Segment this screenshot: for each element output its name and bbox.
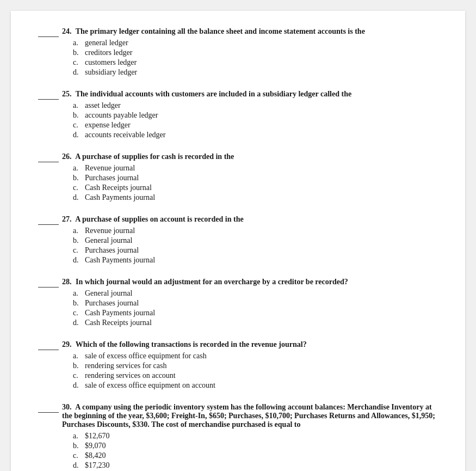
option-text-28-2: Cash Payments journal	[85, 309, 155, 317]
option-letter-28-3: d.	[73, 319, 85, 327]
option-28-c[interactable]: c.Cash Payments journal	[73, 309, 438, 317]
options-30: a.$12,670b.$9,070c.$8,420d.$17,230	[73, 432, 438, 470]
option-text-29-1: rendering services for cash	[85, 362, 166, 370]
question-block-29: 29. Which of the following transactions …	[38, 340, 438, 391]
option-text-26-2: Cash Receipts journal	[85, 183, 152, 192]
option-29-b[interactable]: b.rendering services for cash	[73, 362, 438, 370]
answer-blank-25[interactable]	[38, 91, 59, 100]
question-text-27: A purchase of supplies on account is rec…	[74, 215, 244, 223]
option-letter-29-3: d.	[73, 381, 85, 390]
option-28-b[interactable]: b.Purchases journal	[73, 299, 438, 308]
option-28-d[interactable]: d.Cash Receipts journal	[73, 319, 438, 327]
option-text-29-0: sale of excess office equipment for cash	[85, 352, 207, 360]
question-number-24: 24.	[62, 27, 72, 35]
option-24-b[interactable]: b.creditors ledger	[73, 48, 438, 57]
question-number-29: 29.	[62, 340, 72, 348]
option-29-a[interactable]: a.sale of excess office equipment for ca…	[73, 352, 438, 360]
option-letter-25-0: a.	[73, 101, 85, 110]
option-30-d[interactable]: d.$17,230	[73, 461, 438, 470]
option-letter-28-1: b.	[73, 299, 85, 308]
question-text-25: The individual accounts with customers a…	[74, 90, 352, 98]
question-block-26: 26. A purchase of supplies for cash is r…	[38, 152, 438, 203]
option-26-b[interactable]: b.Purchases journal	[73, 174, 438, 182]
option-27-c[interactable]: c.Purchases journal	[73, 246, 438, 255]
question-text-29: Which of the following transactions is r…	[74, 340, 307, 348]
option-text-26-3: Cash Payments journal	[85, 193, 155, 202]
answer-blank-24[interactable]	[38, 28, 59, 37]
answer-blank-30[interactable]	[38, 404, 59, 413]
option-letter-28-2: c.	[73, 309, 85, 317]
option-28-a[interactable]: a.General journal	[73, 289, 438, 298]
option-text-24-3: subsidiary ledger	[85, 68, 137, 77]
option-30-c[interactable]: c.$8,420	[73, 451, 438, 460]
question-line-30: 30. A company using the periodic invento…	[62, 403, 438, 429]
options-26: a.Revenue journalb.Purchases journalc.Ca…	[73, 164, 438, 202]
page: 24. The primary ledger containing all th…	[11, 11, 465, 471]
option-27-a[interactable]: a.Revenue journal	[73, 227, 438, 235]
option-text-28-3: Cash Receipts journal	[85, 319, 152, 327]
option-letter-30-1: b.	[73, 442, 85, 450]
option-25-c[interactable]: c.expense ledger	[73, 121, 438, 130]
question-content-27: 27. A purchase of supplies on account is…	[62, 215, 438, 266]
option-letter-29-2: c.	[73, 371, 85, 380]
question-text-28: In which journal would an adjustment for…	[74, 278, 348, 286]
answer-blank-27[interactable]	[38, 216, 59, 225]
option-26-a[interactable]: a.Revenue journal	[73, 164, 438, 173]
question-line-27: 27. A purchase of supplies on account is…	[62, 215, 438, 224]
question-line-25: 25. The individual accounts with custome…	[62, 90, 438, 99]
option-30-a[interactable]: a.$12,670	[73, 432, 438, 441]
option-text-30-0: $12,670	[85, 432, 110, 441]
question-block-30: 30. A company using the periodic invento…	[38, 403, 438, 471]
option-text-26-1: Purchases journal	[85, 174, 139, 182]
option-letter-24-3: d.	[73, 68, 85, 77]
option-letter-29-0: a.	[73, 352, 85, 360]
option-letter-26-3: d.	[73, 193, 85, 202]
option-letter-25-3: d.	[73, 131, 85, 139]
question-content-26: 26. A purchase of supplies for cash is r…	[62, 152, 438, 203]
option-letter-27-3: d.	[73, 256, 85, 265]
option-letter-28-0: a.	[73, 289, 85, 298]
options-29: a.sale of excess office equipment for ca…	[73, 352, 438, 390]
question-content-25: 25. The individual accounts with custome…	[62, 90, 438, 140]
question-line-28: 28. In which journal would an adjustment…	[62, 278, 438, 286]
option-29-d[interactable]: d.sale of excess office equipment on acc…	[73, 381, 438, 390]
option-text-27-3: Cash Payments journal	[85, 256, 155, 265]
option-text-25-2: expense ledger	[85, 121, 131, 130]
option-24-d[interactable]: d.subsidiary ledger	[73, 68, 438, 77]
question-text-30: A company using the periodic inventory s…	[62, 403, 435, 429]
option-30-b[interactable]: b.$9,070	[73, 442, 438, 450]
option-26-d[interactable]: d.Cash Payments journal	[73, 193, 438, 202]
question-block-27: 27. A purchase of supplies on account is…	[38, 215, 438, 266]
question-number-30: 30.	[62, 403, 72, 411]
option-24-c[interactable]: c.customers ledger	[73, 58, 438, 67]
option-25-a[interactable]: a.asset ledger	[73, 101, 438, 110]
option-text-24-1: creditors ledger	[85, 48, 132, 57]
question-content-29: 29. Which of the following transactions …	[62, 340, 438, 391]
option-text-29-2: rendering services on account	[85, 371, 176, 380]
option-text-24-0: general ledger	[85, 39, 128, 47]
option-29-c[interactable]: c.rendering services on account	[73, 371, 438, 380]
option-letter-26-1: b.	[73, 174, 85, 182]
question-line-26: 26. A purchase of supplies for cash is r…	[62, 152, 438, 161]
option-25-d[interactable]: d.accounts receivable ledger	[73, 131, 438, 139]
question-number-27: 27.	[62, 215, 72, 223]
option-25-b[interactable]: b.accounts payable ledger	[73, 111, 438, 120]
question-line-29: 29. Which of the following transactions …	[62, 340, 438, 349]
option-26-c[interactable]: c.Cash Receipts journal	[73, 183, 438, 192]
option-27-d[interactable]: d.Cash Payments journal	[73, 256, 438, 265]
options-24: a.general ledgerb.creditors ledgerc.cust…	[73, 39, 438, 77]
question-number-28: 28.	[62, 278, 72, 286]
option-text-26-0: Revenue journal	[85, 164, 135, 173]
option-text-30-1: $9,070	[85, 442, 106, 450]
answer-blank-29[interactable]	[38, 341, 59, 350]
option-letter-30-0: a.	[73, 432, 85, 441]
option-letter-30-2: c.	[73, 451, 85, 460]
option-24-a[interactable]: a.general ledger	[73, 39, 438, 47]
option-letter-25-2: c.	[73, 121, 85, 130]
option-27-b[interactable]: b.General journal	[73, 236, 438, 245]
option-letter-24-1: b.	[73, 48, 85, 57]
option-text-27-1: General journal	[85, 236, 132, 245]
answer-blank-26[interactable]	[38, 154, 59, 162]
option-text-30-2: $8,420	[85, 451, 106, 460]
answer-blank-28[interactable]	[38, 279, 59, 288]
